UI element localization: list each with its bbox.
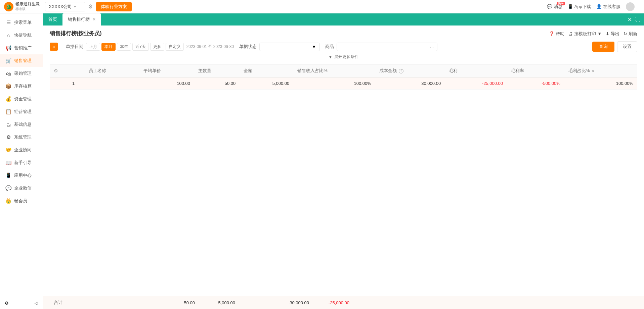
- tab-bar-expand-icon[interactable]: ⛶: [635, 16, 641, 22]
- avatar[interactable]: [626, 2, 635, 11]
- filter-row-1: » 单据日期 上月 本月 本年 近7天 更多 自定义 2023-0: [50, 41, 637, 52]
- online-service-label: 在线客服: [603, 4, 620, 10]
- sidebar-item-system[interactable]: ⚙ 系统管理: [0, 131, 43, 144]
- sidebar-item-operations[interactable]: 📋 经营管理: [0, 105, 43, 118]
- sidebar-item-finance[interactable]: 💰 资金管理: [0, 93, 43, 105]
- gross-pct-sort-icon[interactable]: ⇅: [592, 69, 594, 73]
- col-cost: 成本全额 ?: [375, 64, 445, 78]
- status-select-chevron: ▼: [312, 44, 316, 49]
- row-rank: 1: [62, 78, 85, 90]
- search-order-icon: ☰: [5, 19, 11, 25]
- refresh-button[interactable]: ↻ 刷新: [624, 31, 637, 37]
- sidebar-label-app-center: 应用中心: [14, 172, 32, 178]
- footer-amount: 5,000.00: [195, 300, 235, 305]
- online-service-button[interactable]: 👤 在线客服: [596, 4, 620, 10]
- date-btn-custom[interactable]: 自定义: [166, 43, 184, 51]
- sidebar-item-purchase[interactable]: 🛍 采购管理: [0, 67, 43, 80]
- sidebar-label-search: 搜索菜单: [14, 19, 32, 25]
- sidebar-item-basics[interactable]: 🗂 基础信息: [0, 118, 43, 131]
- cost-help-icon[interactable]: ?: [399, 69, 403, 73]
- status-filter: 单据状态 ▼: [239, 43, 320, 51]
- col-rank: [62, 64, 85, 78]
- status-select[interactable]: ▼: [259, 43, 320, 51]
- tab-sales-ranking-label: 销售排行榜: [68, 16, 90, 22]
- page-title: 销售排行榜(按业务员): [50, 30, 102, 37]
- row-qty: 50.00: [194, 78, 240, 90]
- print-chevron-icon: ▼: [597, 31, 602, 36]
- company-selector[interactable]: XXXXX公司 ▼: [45, 2, 85, 11]
- print-button[interactable]: 🖨 按模板打印 ▼: [568, 31, 602, 37]
- tab-bar: 首页 销售排行榜 ✕ ✕ ⛶: [43, 13, 644, 25]
- tab-home-label: 首页: [48, 16, 57, 22]
- col-gross-pct: 毛利占比% ⇅: [564, 64, 637, 78]
- table-header-row: ⚙ 员工名称 平均单价 主数量 全额 销售收入占比% 成本全额 ?: [50, 64, 637, 78]
- goods-select[interactable]: ···: [337, 43, 437, 51]
- setting-button[interactable]: 设置: [617, 41, 637, 52]
- help-button[interactable]: ❓ 帮助: [549, 31, 564, 37]
- tab-bar-close-icon[interactable]: ✕: [628, 16, 632, 23]
- tab-home[interactable]: 首页: [43, 13, 62, 25]
- collapse-arrow[interactable]: »: [50, 43, 58, 51]
- app-download-label: App下载: [574, 4, 591, 10]
- sidebar-item-quick-nav[interactable]: ⌂ 快捷导航: [0, 29, 43, 42]
- date-btn-this-month[interactable]: 本月: [101, 43, 116, 51]
- date-range-display: 2023-06-01 至 2023-06-30: [186, 44, 234, 50]
- logo-text-block: 畅康通好生意 标准版: [15, 2, 40, 12]
- row-name: [85, 78, 139, 90]
- marketing-icon: 📢: [5, 45, 11, 51]
- sidebar-label-sales: 销售管理: [14, 58, 32, 64]
- trial-button[interactable]: 体验行业方案: [96, 2, 132, 11]
- tab-close-icon[interactable]: ✕: [92, 17, 96, 22]
- export-icon: ⬇: [606, 31, 609, 36]
- export-button[interactable]: ⬇ 导出: [606, 31, 619, 37]
- row-amount: 5,000.00: [240, 78, 293, 90]
- date-buttons: 上月 本月 本年 近7天 更多 自定义: [86, 43, 184, 51]
- sales-icon: 🛒: [5, 58, 11, 64]
- print-label: 按模板打印: [574, 31, 596, 37]
- finance-icon: 💰: [5, 96, 11, 102]
- sidebar-label-inventory: 库存核算: [14, 83, 32, 89]
- settings-icon[interactable]: ⚙: [88, 3, 93, 10]
- sidebar-item-member[interactable]: 👑 畅会员: [0, 195, 43, 207]
- app-download-button[interactable]: 📱 App下载: [568, 4, 591, 10]
- chevron-down-icon: ▼: [73, 5, 77, 8]
- app-center-icon: 📱: [5, 172, 11, 178]
- col-settings[interactable]: ⚙: [50, 64, 62, 78]
- sidebar-item-enterprise[interactable]: 🤝 企业协同: [0, 144, 43, 156]
- sidebar-item-marketing[interactable]: 📢 营销推广: [0, 42, 43, 54]
- sidebar-collapse-icon[interactable]: ◁: [35, 301, 38, 306]
- data-table: ⚙ 员工名称 平均单价 主数量 全额 销售收入占比% 成本全额 ?: [50, 64, 637, 90]
- messages-button[interactable]: 💬 消息 99+: [547, 4, 562, 10]
- table-row: 1 100.00 50.00 5,000.00 100.00% 30,000.0…: [50, 78, 637, 90]
- row-cost: 30,000.00: [375, 78, 445, 90]
- date-btn-more[interactable]: 更多: [150, 43, 164, 51]
- sidebar-item-search-order[interactable]: ☰ 搜索菜单: [0, 16, 43, 29]
- row-gross-rate: -500.00%: [507, 78, 564, 90]
- top-right-actions: 💬 消息 99+ 📱 App下载 👤 在线客服: [547, 2, 640, 11]
- tab-bar-right: ✕ ⛶: [628, 16, 644, 23]
- sidebar-bottom: ⚙ ◁: [0, 297, 43, 309]
- sidebar-item-wechat[interactable]: 💬 企业微信: [0, 182, 43, 195]
- sidebar-label-purchase: 采购管理: [14, 70, 32, 76]
- sidebar-item-app-center[interactable]: 📱 应用中心: [0, 169, 43, 182]
- quick-nav-icon: ⌂: [5, 33, 11, 38]
- col-gross-rate: 毛利率: [507, 64, 564, 78]
- logo-text: 畅康通好生意: [15, 2, 40, 7]
- sidebar-settings-icon[interactable]: ⚙: [5, 301, 9, 306]
- expand-down-icon: ▼: [329, 55, 332, 59]
- tab-sales-ranking[interactable]: 销售排行榜 ✕: [62, 13, 101, 25]
- sidebar-item-sales[interactable]: 🛒 销售管理: [0, 54, 43, 67]
- sidebar-label-guide: 新手引导: [14, 160, 32, 166]
- logo-icon: 🐉: [4, 2, 13, 11]
- purchase-icon: 🛍: [5, 71, 11, 76]
- expand-more-button[interactable]: ▼ 展开更多条件: [50, 52, 637, 60]
- sidebar-item-guide[interactable]: 📖 新手引导: [0, 156, 43, 169]
- col-settings-icon[interactable]: ⚙: [54, 68, 58, 73]
- date-btn-last-month[interactable]: 上月: [86, 43, 100, 51]
- sidebar-label-member: 畅会员: [14, 198, 27, 204]
- operations-icon: 📋: [5, 109, 11, 115]
- date-btn-7days[interactable]: 近7天: [132, 43, 149, 51]
- query-button[interactable]: 查询: [592, 42, 614, 52]
- date-btn-this-year[interactable]: 本年: [117, 43, 131, 51]
- sidebar-item-inventory[interactable]: 📦 库存核算: [0, 80, 43, 93]
